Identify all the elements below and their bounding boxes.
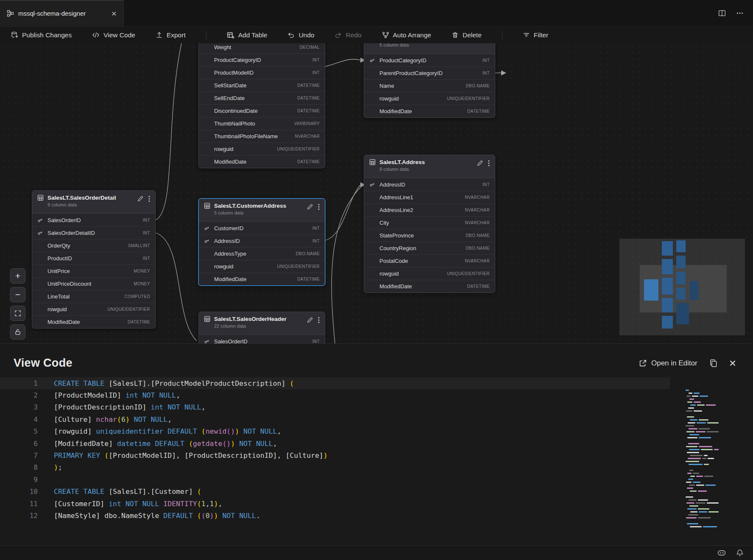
close-panel-button[interactable]: ×	[729, 357, 736, 369]
toolbar-auto-arrange-button[interactable]: Auto Arrange	[382, 31, 431, 39]
column-row-rowguid[interactable]: rowguidUNIQUEIDENTIFIER	[364, 92, 495, 105]
code-line-1[interactable]: 1CREATE TABLE [SalesLT].[ProductModelPro…	[0, 377, 670, 389]
column-row-productcategoryid[interactable]: ProductCategoryIDINT	[199, 53, 325, 66]
table-card-address[interactable]: SalesLT.Address9 column dataAddressIDINT…	[364, 155, 495, 293]
code-line-3[interactable]: 3[ProductDescriptionID] int NOT NULL,	[0, 401, 670, 413]
edit-table-button[interactable]	[307, 204, 313, 210]
column-row-modifieddate[interactable]: ModifiedDateDATETIME	[199, 155, 325, 168]
table-menu-button[interactable]	[318, 317, 320, 323]
toolbar-view-code-button[interactable]: View Code	[92, 31, 135, 39]
toolbar-add-table-button[interactable]: Add Table	[227, 31, 268, 39]
toolbar-undo-button[interactable]: Undo	[287, 31, 314, 39]
copilot-button[interactable]	[717, 549, 726, 557]
code-line-8[interactable]: 8);	[0, 462, 670, 474]
minimap-line	[684, 476, 719, 477]
column-row-unitpricediscount[interactable]: UnitPriceDiscountMONEY	[32, 277, 155, 290]
column-row-countryregion[interactable]: CountryRegionDBO.NAME	[364, 242, 495, 254]
table-card-product[interactable]: WeightDECIMALProductCategoryIDINTProduct…	[198, 43, 325, 168]
column-row-unitprice[interactable]: UnitPriceMONEY	[32, 265, 155, 277]
canvas-minimap[interactable]	[619, 239, 745, 335]
table-card-sales-order-header[interactable]: SalesLT.SalesOrderHeader22 column dataSa…	[198, 312, 325, 343]
table-card-sales-order-detail[interactable]: SalesLT.SalesOrderDetail9 column dataSal…	[32, 190, 156, 329]
column-row-modifieddate[interactable]: ModifiedDateDATETIME	[32, 315, 155, 328]
column-row-addressid[interactable]: AddressIDINT	[364, 178, 495, 191]
column-row-salesorderdetailid[interactable]: SalesOrderDetailIDINT	[32, 226, 155, 239]
column-row-modifieddate[interactable]: ModifiedDateDATETIME	[199, 273, 325, 285]
column-row-discontinueddate[interactable]: DiscontinuedDateDATETIME	[199, 104, 325, 117]
edit-table-button[interactable]	[307, 317, 313, 323]
toolbar-delete-button[interactable]: Delete	[452, 31, 482, 39]
tab-mssql-schema-designer[interactable]: mssql-schema-designer ×	[0, 0, 124, 26]
column-row-rowguid[interactable]: rowguidUNIQUEIDENTIFIER	[199, 142, 325, 155]
more-actions-button[interactable]	[736, 9, 744, 17]
code-line-5[interactable]: 5[rowguid] uniqueidentifier DEFAULT (new…	[0, 426, 670, 437]
toolbar-redo-button[interactable]: Redo	[335, 31, 361, 39]
code-line-7[interactable]: 7PRIMARY KEY ([ProductModelID], [Product…	[0, 449, 670, 461]
column-row-thumbnailphotofilename[interactable]: ThumbnailPhotoFileNameNVARCHAR	[199, 130, 325, 142]
column-row-salesorderid[interactable]: SalesOrderIDINT	[199, 335, 325, 343]
column-row-addressline2[interactable]: AddressLine2NVARCHAR	[364, 203, 495, 216]
column-row-salesorderid[interactable]: SalesOrderIDINT	[32, 214, 155, 226]
code-line-12[interactable]: 12[NameStyle] dbo.NameStyle DEFAULT ((0)…	[0, 510, 670, 521]
table-menu-button[interactable]	[318, 203, 320, 210]
redo-icon	[335, 31, 342, 39]
split-editor-button[interactable]	[718, 9, 726, 17]
column-row-city[interactable]: CityNVARCHAR	[364, 216, 495, 229]
column-row-postalcode[interactable]: PostalCodeNVARCHAR	[364, 254, 495, 267]
table-menu-button[interactable]	[148, 195, 150, 202]
column-row-weight[interactable]: WeightDECIMAL	[199, 43, 325, 53]
minimap-line	[684, 490, 719, 492]
column-row-sellstartdate[interactable]: SellStartDateDATETIME	[199, 79, 325, 92]
copy-code-button[interactable]	[709, 359, 717, 367]
column-row-productid[interactable]: ProductIDINT	[32, 252, 155, 265]
tab-close-button[interactable]: ×	[112, 9, 117, 18]
column-row-parentproductcategoryid[interactable]: ParentProductCategoryIDINT	[364, 67, 495, 79]
table-card-product-category[interactable]: 5 column dataProductCategoryIDINTParentP…	[364, 43, 495, 118]
lock-button[interactable]	[10, 324, 25, 340]
notifications-bell-button[interactable]	[736, 549, 744, 557]
column-row-thumbnailphoto[interactable]: ThumbNailPhotoVARBINARY	[199, 117, 325, 130]
column-row-addressid[interactable]: AddressIDINT	[199, 234, 325, 247]
column-row-orderqty[interactable]: OrderQtySMALLINT	[32, 239, 155, 252]
edit-table-button[interactable]	[137, 196, 143, 202]
minimap-table-block	[662, 259, 673, 274]
code-line-6[interactable]: 6[ModifiedDate] datetime DEFAULT (getdat…	[0, 437, 670, 449]
edit-table-button[interactable]	[477, 160, 483, 166]
column-name: AddressLine2	[379, 207, 413, 213]
column-row-modifieddate[interactable]: ModifiedDateDATETIME	[364, 105, 495, 117]
line-number: 10	[0, 488, 38, 496]
zoom-in-button[interactable]: +	[10, 268, 25, 284]
toolbar-publish-changes-button[interactable]: Publish Changes	[11, 31, 72, 39]
column-type: DBO.NAME	[466, 233, 490, 238]
column-row-rowguid[interactable]: rowguidUNIQUEIDENTIFIER	[32, 303, 155, 315]
column-row-stateprovince[interactable]: StateProvinceDBO.NAME	[364, 229, 495, 242]
column-row-rowguid[interactable]: rowguidUNIQUEIDENTIFIER	[199, 260, 325, 273]
column-row-productcategoryid[interactable]: ProductCategoryIDINT	[364, 54, 495, 67]
open-in-editor-button[interactable]: Open in Editor	[639, 359, 697, 368]
column-name: rowguid	[214, 263, 234, 270]
column-row-name[interactable]: NameDBO.NAME	[364, 79, 495, 92]
fit-view-button[interactable]	[10, 306, 25, 321]
schema-canvas[interactable]: WeightDECIMALProductCategoryIDINTProduct…	[0, 43, 753, 343]
code-minimap[interactable]	[684, 390, 719, 532]
column-row-customerid[interactable]: CustomerIDINT	[199, 222, 325, 234]
table-menu-button[interactable]	[488, 160, 490, 167]
zoom-out-button[interactable]: −	[10, 287, 25, 302]
column-row-addressline1[interactable]: AddressLine1NVARCHAR	[364, 191, 495, 203]
code-line-2[interactable]: 2[ProductModelID] int NOT NULL,	[0, 389, 670, 401]
code-line-4[interactable]: 4[Culture] nchar(6) NOT NULL,	[0, 413, 670, 425]
column-row-linetotal[interactable]: LineTotalCOMPUTED	[32, 290, 155, 303]
toolbar-export-button[interactable]: Export	[156, 31, 186, 39]
column-row-rowguid[interactable]: rowguidUNIQUEIDENTIFIER	[364, 267, 495, 280]
code-line-10[interactable]: 10CREATE TABLE [SalesLT].[Customer] (	[0, 486, 670, 498]
toolbar-filter-button[interactable]: Filter	[523, 31, 548, 39]
minimap-line	[684, 416, 719, 418]
column-row-modifieddate[interactable]: ModifiedDateDATETIME	[364, 280, 495, 293]
code-viewer[interactable]: 1CREATE TABLE [SalesLT].[ProductModelPro…	[0, 377, 753, 522]
table-card-customer-address[interactable]: SalesLT.CustomerAddress5 column dataCust…	[198, 198, 325, 286]
column-row-addresstype[interactable]: AddressTypeDBO.NAME	[199, 247, 325, 260]
column-row-sellenddate[interactable]: SellEndDateDATETIME	[199, 92, 325, 104]
code-line-9[interactable]: 9	[0, 474, 670, 485]
column-row-productmodelid[interactable]: ProductModelIDINT	[199, 66, 325, 79]
code-line-11[interactable]: 11[CustomerID] int NOT NULL IDENTITY(1,1…	[0, 498, 670, 510]
